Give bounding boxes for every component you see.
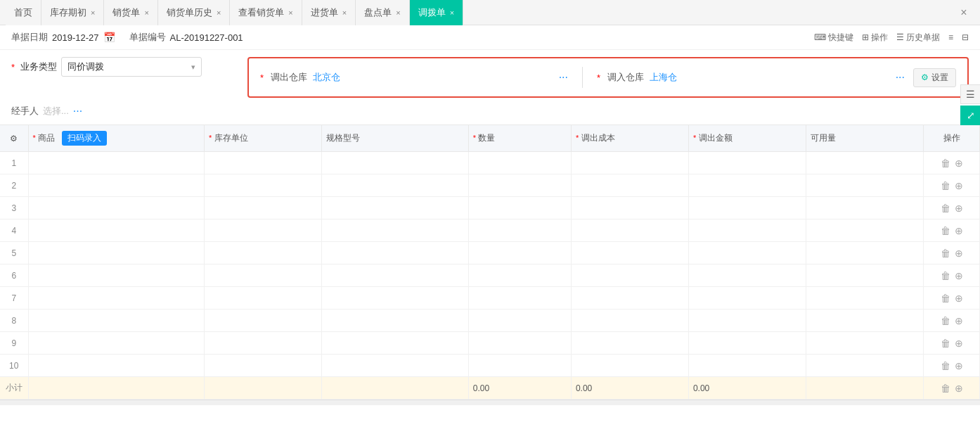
row-product[interactable] <box>28 332 205 355</box>
out-warehouse-value[interactable]: 北京仓 <box>313 71 340 84</box>
tab-home[interactable]: 首页 <box>6 0 41 25</box>
row-cost[interactable] <box>571 265 688 287</box>
row-unit[interactable] <box>205 242 322 265</box>
delete-icon[interactable]: 🗑 <box>941 248 950 259</box>
row-qty[interactable] <box>468 219 571 242</box>
copy-icon[interactable]: ⊕ <box>955 180 963 191</box>
row-amount[interactable] <box>688 287 806 310</box>
tab-sales-history-close[interactable]: × <box>217 8 221 17</box>
copy-icon[interactable]: ⊕ <box>955 360 963 371</box>
tab-sales-order-close[interactable]: × <box>144 8 148 17</box>
row-qty[interactable] <box>468 152 571 174</box>
row-spec[interactable] <box>322 377 469 400</box>
delete-icon[interactable]: 🗑 <box>941 225 950 236</box>
warehouse-settings-button[interactable]: ⚙ 设置 <box>913 68 956 87</box>
row-amount[interactable] <box>688 355 806 377</box>
tab-sales-history[interactable]: 销货单历史 × <box>158 0 230 25</box>
row-avail[interactable] <box>806 242 923 265</box>
delete-icon[interactable]: 🗑 <box>941 383 950 394</box>
gear-header-icon[interactable]: ⚙ <box>10 134 18 144</box>
close-all-button[interactable]: × <box>953 0 974 25</box>
row-unit[interactable] <box>205 287 322 310</box>
row-cost[interactable] <box>571 287 688 310</box>
row-avail[interactable] <box>806 152 923 174</box>
tab-transfer[interactable]: 调拨单 × <box>410 0 463 25</box>
tab-sales-order[interactable]: 销货单 × <box>104 0 157 25</box>
delete-icon[interactable]: 🗑 <box>941 158 950 169</box>
delete-icon[interactable]: 🗑 <box>941 293 950 304</box>
row-unit[interactable] <box>205 377 322 400</box>
toolbar-expand-button[interactable]: ⤢ <box>960 106 980 125</box>
row-product[interactable] <box>28 265 205 287</box>
row-product[interactable] <box>28 219 205 242</box>
delete-icon[interactable]: 🗑 <box>941 315 950 326</box>
row-cost[interactable] <box>571 219 688 242</box>
tab-inventory-init[interactable]: 库存期初 × <box>41 0 104 25</box>
row-qty[interactable] <box>468 287 571 310</box>
business-type-select[interactable]: 同价调拨 ▾ <box>61 57 202 77</box>
horizontal-scrollbar[interactable] <box>0 400 980 405</box>
in-warehouse-value[interactable]: 上海仓 <box>650 71 677 84</box>
row-cost[interactable] <box>571 152 688 174</box>
row-amount[interactable] <box>688 152 806 174</box>
row-product[interactable] <box>28 310 205 332</box>
row-cost[interactable] <box>571 355 688 377</box>
table-toggle-button[interactable]: ⊟ <box>962 32 969 42</box>
row-avail[interactable] <box>806 265 923 287</box>
row-spec[interactable] <box>322 197 469 219</box>
row-amount[interactable] <box>688 265 806 287</box>
row-spec[interactable] <box>322 265 469 287</box>
row-qty[interactable] <box>468 310 571 332</box>
row-spec[interactable] <box>322 242 469 265</box>
row-product[interactable] <box>28 287 205 310</box>
tab-view-sales[interactable]: 查看销货单 × <box>230 0 302 25</box>
tab-transfer-close[interactable]: × <box>450 8 454 17</box>
scan-button[interactable]: 扫码录入 <box>62 131 107 146</box>
row-qty[interactable]: 0.00 <box>468 377 571 400</box>
tab-inventory-init-close[interactable]: × <box>91 8 95 17</box>
delete-icon[interactable]: 🗑 <box>941 360 950 371</box>
row-amount[interactable] <box>688 310 806 332</box>
shortcuts-button[interactable]: ⌨ 快捷键 <box>814 32 853 44</box>
delete-icon[interactable]: 🗑 <box>941 180 950 191</box>
row-avail[interactable] <box>806 197 923 219</box>
row-qty[interactable] <box>468 265 571 287</box>
row-unit[interactable] <box>205 174 322 197</box>
handler-select[interactable]: 选择... <box>43 105 69 117</box>
operations-button[interactable]: ⊞ 操作 <box>862 32 888 44</box>
row-avail[interactable] <box>806 219 923 242</box>
row-amount[interactable] <box>688 174 806 197</box>
delete-icon[interactable]: 🗑 <box>941 270 950 281</box>
row-spec[interactable] <box>322 287 469 310</box>
row-qty[interactable] <box>468 174 571 197</box>
row-spec[interactable] <box>322 332 469 355</box>
copy-icon[interactable]: ⊕ <box>955 383 963 394</box>
row-cost[interactable] <box>571 174 688 197</box>
row-product[interactable] <box>28 197 205 219</box>
copy-icon[interactable]: ⊕ <box>955 338 963 349</box>
calendar-icon[interactable]: 📅 <box>103 32 115 43</box>
row-spec[interactable] <box>322 219 469 242</box>
in-warehouse-more-icon[interactable]: ··· <box>896 71 905 84</box>
row-unit[interactable] <box>205 197 322 219</box>
handler-more-icon[interactable]: ··· <box>73 105 82 117</box>
row-spec[interactable] <box>322 310 469 332</box>
row-product[interactable] <box>28 152 205 174</box>
row-cost[interactable] <box>571 197 688 219</box>
row-cost[interactable] <box>571 242 688 265</box>
row-unit[interactable] <box>205 219 322 242</box>
row-product[interactable] <box>28 355 205 377</box>
row-avail[interactable] <box>806 355 923 377</box>
row-avail[interactable] <box>806 332 923 355</box>
row-product[interactable] <box>28 242 205 265</box>
row-amount[interactable] <box>688 197 806 219</box>
row-avail[interactable] <box>806 174 923 197</box>
row-avail[interactable] <box>806 377 923 400</box>
row-product[interactable] <box>28 377 205 400</box>
row-amount[interactable] <box>688 219 806 242</box>
row-spec[interactable] <box>322 174 469 197</box>
tab-view-sales-close[interactable]: × <box>288 8 292 17</box>
copy-icon[interactable]: ⊕ <box>955 203 963 214</box>
toolbar-list-button[interactable]: ☰ <box>960 84 980 104</box>
row-unit[interactable] <box>205 355 322 377</box>
